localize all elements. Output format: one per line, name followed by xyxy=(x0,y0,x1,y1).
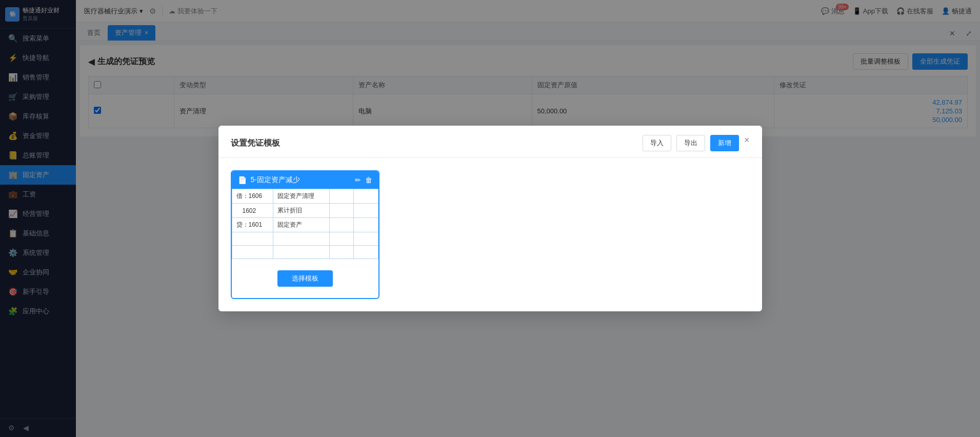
debit-extra xyxy=(354,189,378,204)
template-empty-row-1 xyxy=(232,232,378,246)
template-file-icon: 📄 xyxy=(238,176,247,184)
template-name: 5-固定资产减少 xyxy=(251,175,300,185)
new-template-btn[interactable]: 新增 xyxy=(710,135,739,151)
debit2-extra xyxy=(354,204,378,218)
voucher-template-modal: 设置凭证模板 导入 导出 新增 × 📄 5-固定资产减少 xyxy=(218,126,762,311)
select-template-btn[interactable]: 选择模板 xyxy=(277,270,333,287)
empty-cell xyxy=(232,246,273,259)
debit-account: 固定资产清理 xyxy=(273,189,329,204)
template-edit-icon[interactable]: ✏ xyxy=(355,176,361,184)
empty-cell xyxy=(329,246,354,259)
modal-overlay: 设置凭证模板 导入 导出 新增 × 📄 5-固定资产减少 xyxy=(0,0,980,437)
template-row: 1602 累计折旧 xyxy=(232,204,378,218)
template-card-header: 📄 5-固定资产减少 ✏ 🗑 xyxy=(232,171,378,189)
empty-cell xyxy=(273,232,329,246)
credit-label: 贷：1601 xyxy=(232,218,273,232)
template-row: 贷：1601 固定资产 xyxy=(232,218,378,232)
modal-close-btn[interactable]: × xyxy=(744,135,750,151)
empty-cell xyxy=(354,232,378,246)
import-btn[interactable]: 导入 xyxy=(643,135,671,151)
credit-extra xyxy=(354,218,378,232)
empty-cell xyxy=(273,246,329,259)
template-delete-icon[interactable]: 🗑 xyxy=(365,176,372,184)
debit2-label: 1602 xyxy=(232,204,273,218)
empty-cell xyxy=(329,232,354,246)
modal-header: 设置凭证模板 导入 导出 新增 × xyxy=(218,126,762,158)
debit-label: 借：1606 xyxy=(232,189,273,204)
template-detail-table: 借：1606 固定资产清理 1602 累计折旧 xyxy=(232,189,378,259)
template-card-header-actions: ✏ 🗑 xyxy=(355,176,372,184)
debit2-account: 累计折旧 xyxy=(273,204,329,218)
template-empty-row-2 xyxy=(232,246,378,259)
modal-toolbar: 导入 导出 新增 × xyxy=(643,135,750,151)
empty-cell xyxy=(232,232,273,246)
empty-cell xyxy=(354,246,378,259)
debit-amount xyxy=(329,189,354,204)
template-card: 📄 5-固定资产减少 ✏ 🗑 借：1606 固定资产清理 xyxy=(231,170,379,299)
debit2-amount xyxy=(329,204,354,218)
modal-body: 📄 5-固定资产减少 ✏ 🗑 借：1606 固定资产清理 xyxy=(218,158,762,311)
credit-amount xyxy=(329,218,354,232)
export-btn[interactable]: 导出 xyxy=(676,135,705,151)
template-list: 📄 5-固定资产减少 ✏ 🗑 借：1606 固定资产清理 xyxy=(231,170,750,299)
template-card-header-left: 📄 5-固定资产减少 xyxy=(238,175,300,185)
template-row: 借：1606 固定资产清理 xyxy=(232,189,378,204)
modal-title: 设置凭证模板 xyxy=(231,138,280,149)
credit-account: 固定资产 xyxy=(273,218,329,232)
